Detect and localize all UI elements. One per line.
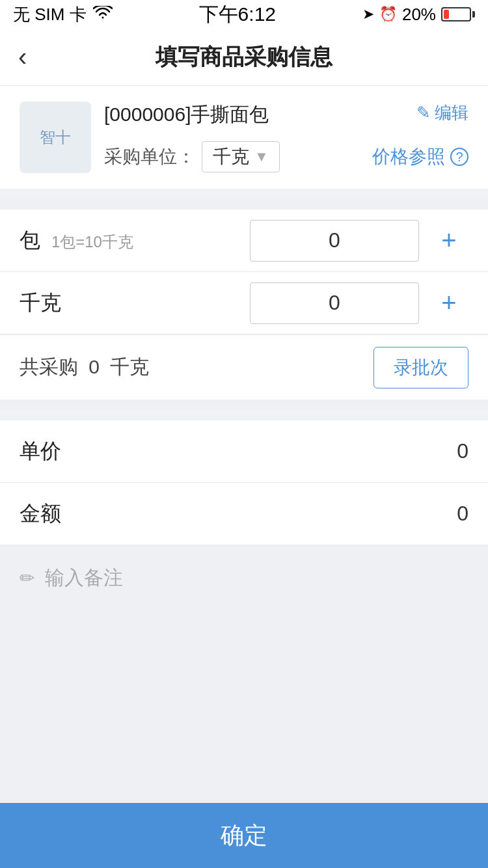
- price-section: 单价 0 金额 0: [0, 420, 488, 545]
- nav-bar: ‹ 填写商品采购信息: [0, 29, 488, 86]
- edit-icon: ✎: [416, 103, 431, 123]
- summary-amount: 0: [88, 356, 100, 377]
- amount-row: 金额 0: [0, 483, 488, 545]
- confirm-button[interactable]: 确定: [0, 803, 488, 868]
- unit-label: 采购单位：: [104, 144, 195, 169]
- kg-plus-button[interactable]: +: [429, 282, 468, 324]
- bag-plus-button[interactable]: +: [429, 220, 468, 262]
- product-name-row: [0000006]手撕面包 ✎ 编辑: [104, 102, 468, 128]
- bag-input-row: 包 1包=10千克 0 +: [0, 210, 488, 272]
- help-icon: ?: [450, 148, 468, 166]
- section-divider-1: [0, 199, 488, 210]
- summary-label: 共采购: [20, 356, 78, 377]
- price-ref-label: 价格参照: [372, 144, 445, 169]
- note-section[interactable]: ✏ 输入备注: [0, 545, 488, 611]
- wifi-icon: [93, 5, 113, 25]
- location-icon: ➤: [362, 6, 374, 23]
- empty-space: [0, 611, 488, 806]
- summary-unit: 千克: [110, 356, 149, 377]
- summary-row: 共采购 0 千克 录批次: [0, 334, 488, 400]
- battery-percent: 20%: [402, 5, 436, 25]
- main-content: 智十 [0000006]手撕面包 ✎ 编辑 采购单位： 千克 ▼: [0, 86, 488, 868]
- bag-sublabel: 1包=10千克: [51, 233, 133, 251]
- bag-input-right: 0 +: [137, 220, 468, 262]
- kg-quantity-input[interactable]: 0: [250, 282, 419, 324]
- batch-button[interactable]: 录批次: [373, 347, 468, 388]
- unit-price-row: 单价 0: [0, 420, 488, 483]
- unit-price-label: 单价: [20, 437, 61, 466]
- amount-label: 金额: [20, 500, 61, 528]
- status-bar-time: 下午6:12: [199, 1, 276, 28]
- kg-input-row: 千克 0 +: [0, 272, 488, 334]
- unit-select[interactable]: 千克 ▼: [202, 141, 280, 172]
- unit-select-value: 千克: [213, 144, 249, 169]
- carrier-text: 无 SIM 卡: [13, 3, 87, 26]
- unit-price-value: 0: [457, 439, 468, 463]
- purchase-unit-row: 采购单位： 千克 ▼ 价格参照 ?: [104, 141, 468, 172]
- note-placeholder: 输入备注: [45, 565, 123, 591]
- status-bar-left: 无 SIM 卡: [13, 3, 113, 26]
- input-section: 包 1包=10千克 0 + 千克 0 + 共采购 0 千克 录批次: [0, 210, 488, 400]
- pencil-icon: ✏: [20, 567, 34, 589]
- product-info: [0000006]手撕面包 ✎ 编辑 采购单位： 千克 ▼ 价格参照 ?: [104, 102, 468, 172]
- product-name: [0000006]手撕面包: [104, 102, 416, 128]
- product-image: 智十: [20, 102, 91, 173]
- product-image-placeholder: 智十: [40, 128, 71, 147]
- alarm-icon: ⏰: [379, 6, 397, 23]
- back-button[interactable]: ‹: [18, 42, 27, 72]
- summary-text: 共采购 0 千克: [20, 354, 149, 381]
- edit-button[interactable]: ✎ 编辑: [416, 102, 468, 124]
- bag-quantity-input[interactable]: 0: [250, 220, 419, 262]
- price-ref-button[interactable]: 价格参照 ?: [372, 144, 468, 169]
- product-card: 智十 [0000006]手撕面包 ✎ 编辑 采购单位： 千克 ▼: [0, 86, 488, 189]
- battery-icon: [441, 7, 475, 21]
- nav-title: 填写商品采购信息: [156, 42, 332, 72]
- section-divider-2: [0, 400, 488, 410]
- bag-label: 包 1包=10千克: [20, 226, 137, 255]
- chevron-down-icon: ▼: [254, 148, 269, 165]
- status-bar: 无 SIM 卡 下午6:12 ➤ ⏰ 20%: [0, 0, 488, 29]
- kg-input-right: 0 +: [137, 282, 468, 324]
- edit-label: 编辑: [435, 102, 468, 124]
- status-bar-right: ➤ ⏰ 20%: [362, 5, 475, 25]
- kg-label: 千克: [20, 289, 137, 318]
- amount-value: 0: [457, 502, 468, 526]
